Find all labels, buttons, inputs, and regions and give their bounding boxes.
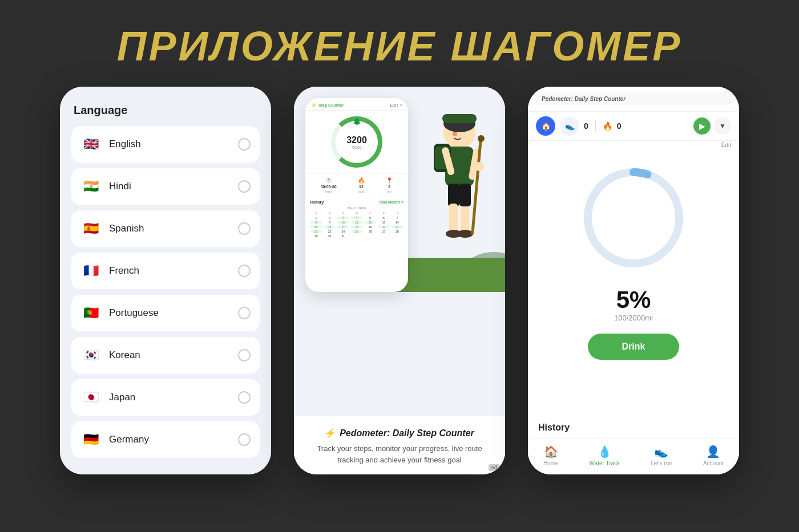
radio-portuguese[interactable]	[238, 307, 251, 319]
cal-day: 23	[324, 230, 336, 233]
radio-hindi[interactable]	[238, 180, 251, 193]
time-value: 00:03:00	[321, 185, 337, 189]
cal-day: 16	[324, 225, 336, 229]
history-label: History	[310, 200, 324, 204]
lang-item-left: 🇫🇷 French	[80, 261, 139, 281]
app-full-name: Pedometer: Daily Step Counter	[542, 96, 626, 102]
lang-item-french[interactable]: 🇫🇷 French	[71, 253, 260, 289]
svg-point-17	[475, 162, 484, 171]
time-icon: ⏱	[326, 177, 332, 184]
radio-germany[interactable]	[238, 433, 251, 446]
cal-day	[364, 234, 377, 238]
home-btn[interactable]: 🏠	[536, 116, 555, 136]
cal-day: 25	[350, 230, 363, 233]
chevron-down-btn[interactable]: ▼	[714, 117, 731, 135]
nav-run[interactable]: 👟 Let's run	[651, 445, 672, 466]
phone2-frame: Step Counter EDIT > 🌲 3200 /5000 ⏱	[294, 87, 505, 474]
water-main: 5% 100/2000ml Drink	[528, 149, 739, 415]
km-label: km	[387, 190, 392, 193]
count-label: kcal	[358, 190, 365, 193]
lang-item-korean[interactable]: 🇰🇷 Korean	[71, 337, 260, 373]
lang-item-left: 🇰🇷 Korean	[80, 345, 140, 366]
lang-name-korean: Korean	[109, 350, 140, 361]
radio-spanish[interactable]	[238, 222, 251, 235]
cal-day: 19	[364, 225, 377, 229]
cal-day: 14	[391, 221, 403, 224]
water-circle-container	[576, 161, 691, 275]
water-circle-svg	[576, 161, 691, 275]
cal-day: 28	[391, 230, 403, 233]
lang-item-english[interactable]: 🇬🇧 English	[71, 126, 260, 163]
nav-home[interactable]: 🏠 Home	[543, 445, 559, 466]
cal-header: T	[337, 212, 349, 215]
calories-count-value: 0	[617, 121, 622, 131]
cal-day: 9	[324, 221, 336, 224]
lang-item-germany[interactable]: 🇩🇪 Germany	[71, 421, 260, 458]
lang-item-japan[interactable]: 🇯🇵 Japan	[71, 379, 260, 416]
cal-day: 2	[324, 216, 336, 220]
flag-korean: 🇰🇷	[80, 345, 101, 366]
cal-day: 6	[378, 216, 390, 220]
month-name: March 2026	[310, 206, 403, 210]
app-tagline-title: Pedometer: Daily Step Counter	[340, 428, 474, 438]
cal-day: 1	[310, 216, 322, 220]
phone2-top: Step Counter EDIT > 🌲 3200 /5000 ⏱	[294, 87, 505, 416]
cal-day: 29	[310, 234, 322, 238]
step-count: 3200	[346, 135, 367, 145]
next-arrow-btn[interactable]: ▶	[693, 117, 711, 135]
phone3-content: Pedometer: Daily Step Counter 🏠 👟 0 🔥 0 …	[528, 87, 739, 474]
cal-day: 27	[378, 230, 390, 233]
app-banner: Pedometer: Daily Step Counter	[536, 92, 731, 105]
svg-point-22	[588, 172, 679, 263]
phone3-top-bar: 🏠 👟 0 🔥 0 ▶ ▼	[528, 112, 739, 141]
edit-link[interactable]: Edit	[528, 141, 739, 149]
drink-button[interactable]: Drink	[588, 334, 680, 360]
stat-km: 📍 2 km	[386, 177, 393, 193]
radio-english[interactable]	[238, 138, 251, 151]
radio-korean[interactable]	[238, 349, 251, 362]
cal-day: 5	[364, 216, 377, 220]
step-circle: 🌲 3200 /5000	[331, 116, 382, 168]
flag-germany: 🇩🇪	[80, 429, 101, 450]
inner-calendar-grid: SMTWTFS123456789101112131415161718192021…	[310, 212, 403, 238]
lang-item-spanish[interactable]: 🇪🇸 Spanish	[71, 210, 260, 247]
phone3-header: Pedometer: Daily Step Counter	[528, 87, 739, 112]
lang-item-hindi[interactable]: 🇮🇳 Hindi	[71, 168, 260, 205]
inner-history-section: History This Month > March 2026 SMTWTFS1…	[305, 197, 408, 241]
cal-day: 7	[391, 216, 403, 220]
cal-day: 22	[310, 230, 322, 233]
cal-header: S	[391, 212, 403, 215]
step-goal: /5000	[352, 145, 362, 149]
stat-count: 🔥 12 kcal	[358, 177, 365, 193]
phone2-content: Step Counter EDIT > 🌲 3200 /5000 ⏱	[294, 87, 505, 474]
lang-name-spanish: Spanish	[109, 223, 144, 234]
radio-french[interactable]	[238, 265, 251, 277]
inner-history-header: History This Month >	[310, 200, 403, 204]
cal-day: 11	[350, 221, 363, 224]
nav-account[interactable]: 👤 Account	[703, 445, 724, 466]
nav-water[interactable]: 💧 Water Track	[590, 445, 620, 466]
phone2-bottom: ⚡ Pedometer: Daily Step Counter Track yo…	[294, 416, 505, 474]
radio-japan[interactable]	[238, 391, 251, 404]
this-month-label[interactable]: This Month >	[379, 200, 403, 204]
km-value: 2	[388, 185, 390, 189]
svg-point-18	[453, 132, 457, 136]
svg-rect-7	[448, 184, 459, 206]
flag-english: 🇬🇧	[80, 134, 101, 155]
top-bar-right: ▶ ▼	[693, 117, 731, 135]
svg-rect-9	[449, 204, 458, 232]
cal-day: 18	[350, 225, 363, 229]
lang-name-french: French	[109, 265, 139, 277]
app-logo-line: ⚡ Pedometer: Daily Step Counter	[308, 428, 491, 438]
cal-day	[350, 234, 363, 238]
water-nav-icon: 💧	[598, 445, 612, 458]
cal-day: 4	[350, 216, 363, 220]
lang-item-left: 🇩🇪 Germany	[80, 429, 149, 450]
cal-day: 17	[337, 225, 349, 229]
lang-item-portuguese[interactable]: 🇵🇹 Portuguese	[71, 295, 260, 331]
water-percent-text: 5%	[616, 286, 651, 314]
inner-edit-btn[interactable]: EDIT >	[390, 103, 402, 107]
cal-header: M	[324, 212, 336, 215]
cal-header: S	[310, 212, 322, 215]
steps-btn[interactable]: 👟	[560, 116, 579, 136]
